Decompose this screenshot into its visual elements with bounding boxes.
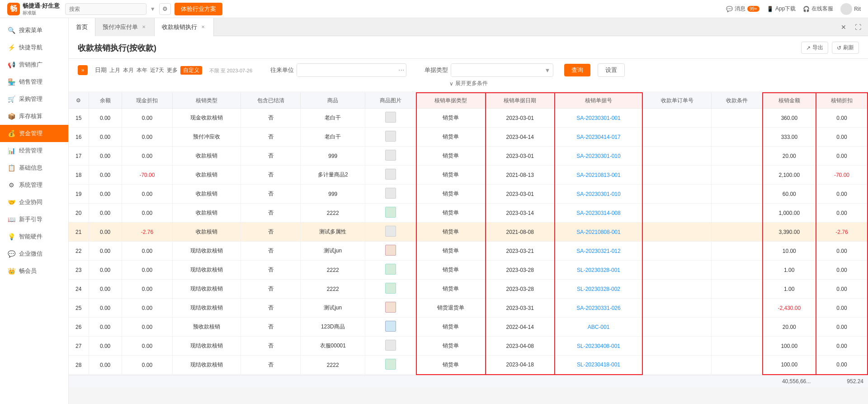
cell-collection-terms — [711, 185, 762, 204]
app-download-btn[interactable]: 📱 App下载 — [767, 5, 796, 13]
cell-collection-order-no — [642, 147, 711, 166]
cell-cash-discount: -70.00 — [122, 166, 172, 185]
gear-icon[interactable]: ⚙ — [159, 3, 171, 15]
partner-dots[interactable]: ··· — [396, 66, 406, 74]
date-custom-btn[interactable]: 自定义 — [180, 66, 202, 75]
sidebar-item-system[interactable]: ⚙ 系统管理 — [0, 176, 68, 194]
service-icon: 🎧 — [803, 6, 810, 12]
sidebar-item-finance[interactable]: 💰 资金管理 — [0, 125, 68, 142]
tab-home[interactable]: 首页 — [69, 18, 95, 36]
tab-bar-actions: ✕ ⛶ — [837, 21, 868, 33]
cell-idx: 27 — [69, 337, 89, 356]
filter-partner-input[interactable] — [297, 64, 396, 76]
cell-balance: 0.00 — [89, 185, 122, 204]
cell-cash-discount: 0.00 — [122, 299, 172, 318]
cell-verify-type: 收款核销 — [173, 166, 241, 185]
trial-btn[interactable]: 体验行业方案 — [175, 3, 222, 15]
table-row: 160.000.00预付冲应收否老白干销货单2023-04-14SA-20230… — [69, 128, 868, 147]
cell-cash-discount: -2.76 — [122, 223, 172, 242]
refresh-btn[interactable]: ↺ 刷新 — [832, 42, 859, 54]
filter-expand-btn[interactable]: » — [78, 65, 88, 75]
cell-verify-amount: 100.00 — [763, 356, 816, 375]
page-header: 收款核销执行(按收款) ↗ 导出 ↺ 刷新 — [69, 36, 868, 59]
sidebar-item-operations[interactable]: 📊 经营管理 — [0, 142, 68, 159]
cell-verify-discount: 0.00 — [816, 280, 868, 299]
top-bar-right: 💬 消息 99+ 📱 App下载 🎧 在线客服 Rit — [726, 3, 861, 15]
cell-verify-discount: 0.00 — [816, 356, 868, 375]
cell-idx: 16 — [69, 128, 89, 147]
cell-balance: 0.00 — [89, 356, 122, 375]
sidebar-item-member[interactable]: 👑 畅会员 — [0, 262, 68, 280]
tab-close-collection[interactable]: ✕ — [200, 24, 206, 30]
tab-close-all-btn[interactable]: ✕ — [837, 21, 850, 33]
cell-cash-discount: 0.00 — [122, 147, 172, 166]
voucher-dropdown-icon[interactable]: ▼ — [542, 67, 553, 74]
search-icon: 🔍 — [7, 26, 15, 34]
th-include-settled: 包含已结清 — [241, 93, 301, 109]
user-btn[interactable]: Rit — [840, 3, 861, 15]
cell-include-settled: 否 — [241, 299, 301, 318]
cell-verify-discount: 0.00 — [816, 261, 868, 280]
date-opt-more[interactable]: 更多 — [167, 67, 178, 74]
brand-name: 畅捷通·好生意 — [23, 2, 60, 10]
sidebar-item-hardware[interactable]: 💡 智能硬件 — [0, 228, 68, 245]
sidebar-item-marketing[interactable]: 📢 营销推广 — [0, 56, 68, 73]
tab-maximize-btn[interactable]: ⛶ — [852, 21, 864, 33]
date-opt-last-month[interactable]: 上月 — [109, 67, 120, 74]
cell-verify-bill-date: 2021-08-13 — [486, 166, 555, 185]
cell-verify-type: 现结收款核销 — [173, 242, 241, 261]
cell-include-settled: 否 — [241, 147, 301, 166]
cell-collection-order-no — [642, 185, 711, 204]
cell-include-settled: 否 — [241, 128, 301, 147]
date-opt-this-year[interactable]: 本年 — [137, 67, 147, 74]
th-idx: ⚙ — [69, 93, 89, 109]
date-opt-this-month[interactable]: 本月 — [123, 67, 134, 74]
search-input[interactable] — [65, 3, 146, 15]
operations-icon: 📊 — [7, 147, 15, 155]
cell-verify-bill-no: ABC-001 — [555, 318, 642, 337]
sidebar-item-enterprise[interactable]: 🤝 企业协同 — [0, 194, 68, 211]
cell-balance: 0.00 — [89, 223, 122, 242]
expand-more-conditions[interactable]: ∨ 展开更多条件 — [78, 77, 859, 87]
query-btn[interactable]: 查询 — [564, 64, 590, 76]
cell-collection-terms — [711, 204, 762, 223]
export-btn[interactable]: ↗ 导出 — [801, 42, 828, 54]
filter-partner-wrap: ··· — [297, 63, 406, 77]
cell-balance: 0.00 — [89, 299, 122, 318]
sidebar-item-sales[interactable]: 🏪 销售管理 — [0, 73, 68, 90]
cell-verify-bill-no: SA-20210813-001 — [555, 166, 642, 185]
tab-close-prepay[interactable]: ✕ — [141, 24, 147, 30]
cell-collection-order-no — [642, 356, 711, 375]
message-btn[interactable]: 💬 消息 99+ — [726, 5, 760, 13]
cell-verify-type: 现结收款核销 — [173, 280, 241, 299]
service-btn[interactable]: 🎧 在线客服 — [803, 5, 833, 13]
sidebar-item-basic[interactable]: 📋 基础信息 — [0, 159, 68, 176]
filter-voucher-select[interactable] — [451, 64, 542, 76]
sidebar-item-purchase[interactable]: 🛒 采购管理 — [0, 90, 68, 108]
sidebar-item-search[interactable]: 🔍 搜索菜单 — [0, 22, 68, 39]
cell-collection-order-no — [642, 261, 711, 280]
cell-cash-discount: 0.00 — [122, 128, 172, 147]
cell-verify-discount: 0.00 — [816, 337, 868, 356]
message-icon: 💬 — [726, 6, 733, 12]
th-verify-type: 核销类型 — [173, 93, 241, 109]
sidebar-item-wechat[interactable]: 💬 企业微信 — [0, 245, 68, 262]
tab-collection[interactable]: 收款核销执行 ✕ — [155, 18, 214, 36]
sidebar-item-guide[interactable]: 📖 新手引导 — [0, 211, 68, 228]
cell-product: 测试jun — [301, 299, 365, 318]
cell-balance: 0.00 — [89, 128, 122, 147]
cell-cash-discount: 0.00 — [122, 318, 172, 337]
sidebar-item-inventory[interactable]: 📦 库存核算 — [0, 108, 68, 125]
sidebar-item-quick-nav[interactable]: ⚡ 快捷导航 — [0, 39, 68, 56]
cell-idx: 25 — [69, 299, 89, 318]
cell-idx: 15 — [69, 109, 89, 128]
tab-prepay[interactable]: 预付冲应付单 ✕ — [95, 18, 155, 36]
date-opt-7days[interactable]: 近7天 — [150, 67, 164, 74]
cell-collection-terms — [711, 318, 762, 337]
cell-verify-type: 收款核销 — [173, 204, 241, 223]
cell-verify-bill-type: 销货单 — [416, 280, 486, 299]
cell-collection-order-no — [642, 242, 711, 261]
cell-collection-order-no — [642, 280, 711, 299]
cell-verify-discount: 0.00 — [816, 318, 868, 337]
setting-btn[interactable]: 设置 — [598, 63, 625, 77]
